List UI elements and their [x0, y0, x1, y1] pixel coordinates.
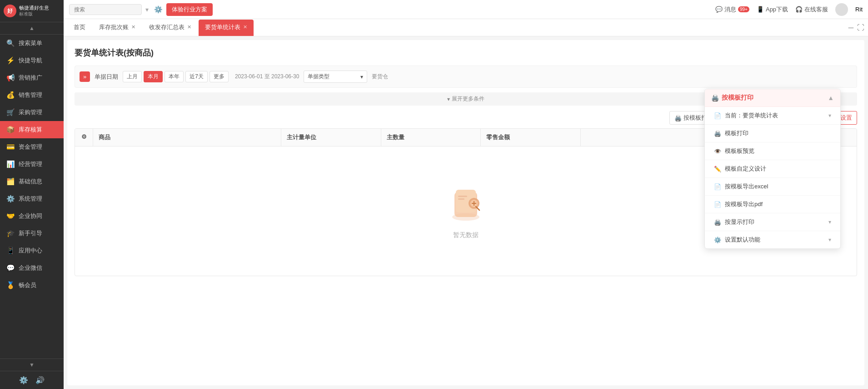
th-qty: 主数量 [381, 129, 481, 146]
sidebar-item-inventory[interactable]: 📦 库存核算 [0, 121, 64, 138]
sidebar-logo: 好 畅捷通好生意 标准版 [0, 0, 64, 22]
sidebar-item-sales[interactable]: 💰 销售管理 [0, 86, 64, 104]
header-right: 💬 消息 99+ 📱 App下载 🎧 在线客服 Rit [715, 3, 863, 16]
sidebar-item-member[interactable]: 🏅 畅会员 [0, 277, 64, 294]
basic-icon: 🗂️ [6, 177, 15, 186]
template-preview-icon: 👁️ [714, 148, 721, 155]
sidebar-item-operation[interactable]: 📊 经营管理 [0, 156, 64, 173]
app-download-btn[interactable]: 📱 App下载 [757, 5, 788, 14]
sidebar-item-system[interactable]: ⚙️ 系统管理 [0, 190, 64, 207]
settings-bottom-icon[interactable]: ⚙️ [19, 376, 28, 384]
sidebar-item-label: 营销推广 [19, 74, 42, 82]
message-label: 消息 [724, 5, 736, 14]
sidebar-item-guide[interactable]: 🎓 新手引导 [0, 225, 64, 242]
finance-icon: 💳 [6, 143, 15, 151]
sidebar-item-label: 新手引导 [19, 229, 42, 237]
template-export-pdf-item[interactable]: 📄 按模板导出pdf [705, 196, 840, 213]
tab-receipt[interactable]: 收发存汇总表 ✕ [143, 20, 198, 36]
template-export-excel-label: 按模板导出excel [725, 182, 768, 191]
sidebar-item-label: 畅会员 [19, 281, 36, 289]
dropdown-title-area: 🖨️ 按模板打印 [711, 94, 753, 102]
purchase-icon: 🛒 [6, 108, 15, 116]
tab-requisition[interactable]: 要货单统计表 ✕ [199, 20, 254, 36]
sound-icon[interactable]: 🔊 [35, 376, 45, 384]
current-template-arrow: ▾ [828, 112, 831, 119]
message-btn[interactable]: 💬 消息 99+ [715, 5, 749, 14]
settings-icon[interactable]: ⚙️ [154, 5, 163, 14]
template-export-excel-item[interactable]: 📄 按模板导出excel [705, 178, 840, 196]
date-btn-this-month[interactable]: 本月 [144, 71, 163, 82]
th-goods: 商品 [93, 129, 281, 146]
corp-icon: 🤝 [6, 212, 15, 220]
inventory-icon: 📦 [6, 126, 15, 134]
sidebar-item-corp[interactable]: 🤝 企业协同 [0, 207, 64, 225]
current-template-label: 当前：要货单统计表 [725, 111, 778, 120]
tab-close-requisition[interactable]: ✕ [243, 24, 247, 30]
sidebar-item-finance[interactable]: 💳 资金管理 [0, 138, 64, 156]
tab-bar: 首页 库存批次账 ✕ 收发存汇总表 ✕ 要货单统计表 ✕ ─ ⛶ [64, 19, 868, 36]
date-btn-this-year[interactable]: 本年 [165, 71, 184, 82]
filter-bar: » 单据日期 上月 本月 本年 近7天 更多 2023-06-01 至 2023… [75, 66, 857, 88]
tab-close-receipt[interactable]: ✕ [187, 24, 191, 30]
current-template-item[interactable]: 📄 当前：要货单统计表 ▾ [705, 107, 840, 125]
app-download-label: App下载 [766, 5, 788, 14]
sidebar-bottom: ⚙️ 🔊 [0, 371, 64, 389]
scroll-up-arrow[interactable]: ▲ [28, 24, 35, 32]
sidebar-item-wechat[interactable]: 💬 企业微信 [0, 259, 64, 277]
dropdown-header: 🖨️ 按模板打印 ▲ [705, 89, 840, 107]
date-btn-more[interactable]: 更多 [210, 71, 229, 82]
th-amount: 零售金额 [481, 129, 581, 146]
tab-label: 首页 [74, 23, 85, 31]
expand-icon: » [83, 73, 86, 80]
date-btn-7days[interactable]: 近7天 [185, 71, 208, 82]
message-icon: 💬 [715, 6, 723, 13]
th-settings[interactable]: ⚙ [75, 129, 93, 146]
industry-btn[interactable]: 体验行业方案 [166, 3, 213, 16]
template-preview-item[interactable]: 👁️ 模板板预览 [705, 142, 840, 160]
user-name: Rit [855, 6, 863, 13]
sidebar-item-purchase[interactable]: 🛒 采购管理 [0, 104, 64, 121]
set-default-item[interactable]: ⚙️ 设置默认功能 ▾ [705, 231, 840, 248]
set-default-arrow: ▾ [828, 237, 831, 243]
sidebar-item-label: 应用中心 [19, 247, 42, 255]
sidebar-item-marketing[interactable]: 📢 营销推广 [0, 69, 64, 86]
expand-conditions-icon: ▾ [447, 96, 450, 102]
operation-icon: 📊 [6, 160, 15, 168]
template-print-item[interactable]: 🖨️ 模板打印 [705, 125, 840, 142]
sidebar-item-appstore[interactable]: 📱 应用中心 [0, 242, 64, 259]
tab-label: 收发存汇总表 [149, 23, 185, 31]
empty-icon [443, 183, 489, 224]
expand-conditions-label: 展开更多条件 [452, 95, 484, 103]
avatar[interactable] [835, 3, 848, 16]
display-print-label: 按显示打印 [725, 218, 754, 226]
sidebar-item-quicknav[interactable]: ⚡ 快捷导航 [0, 52, 64, 69]
app-name: 畅捷通好生意 [19, 5, 49, 11]
display-print-item[interactable]: 🖨️ 按显示打印 ▾ [705, 213, 840, 231]
date-btn-last-month[interactable]: 上月 [123, 71, 142, 82]
sidebar-item-search[interactable]: 🔍 搜索菜单 [0, 35, 64, 52]
sidebar-item-label: 经营管理 [19, 160, 42, 168]
tab-label: 库存批次账 [99, 23, 129, 31]
search-input[interactable] [69, 4, 142, 15]
template-design-item[interactable]: ✏️ 模板自定义设计 [705, 160, 840, 178]
search-dropdown-icon[interactable]: ▾ [145, 6, 149, 13]
print-dropdown-icon: 🖨️ [711, 94, 719, 101]
dropdown-close-btn[interactable]: ▲ [828, 94, 834, 101]
tab-batch[interactable]: 库存批次账 ✕ [93, 20, 142, 36]
tab-close-batch[interactable]: ✕ [131, 24, 135, 30]
display-print-icon: 🖨️ [714, 219, 721, 226]
scroll-down-arrow[interactable]: ▼ [28, 361, 35, 369]
tab-home[interactable]: 首页 [67, 20, 92, 36]
appstore-icon: 📱 [6, 247, 15, 255]
expand-filter-btn[interactable]: » [80, 71, 90, 82]
app-logo-icon: 好 [4, 5, 16, 17]
online-service-btn[interactable]: 🎧 在线客服 [795, 5, 828, 14]
sidebar-item-label: 企业微信 [19, 264, 42, 272]
tab-expand-icon[interactable]: ⛶ [857, 24, 864, 32]
sidebar-item-label: 基础信息 [19, 177, 42, 186]
tab-minimize-icon[interactable]: ─ [848, 24, 853, 32]
sidebar-item-basic[interactable]: 🗂️ 基础信息 [0, 173, 64, 190]
sidebar-item-label: 搜索菜单 [19, 39, 42, 47]
type-filter[interactable]: 单据类型 ▾ [304, 71, 367, 83]
goods-filter-label: 要货仓 [372, 73, 388, 81]
